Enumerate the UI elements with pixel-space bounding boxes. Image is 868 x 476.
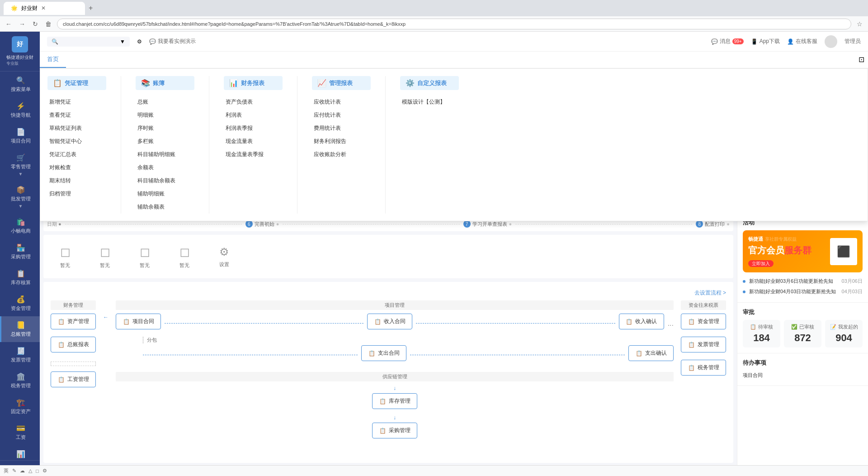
workflow-box-income-confirm[interactable]: 📋 收入确认 <box>619 314 664 329</box>
workflow-box-inventory[interactable]: 📋 库存管理 <box>372 393 417 409</box>
menu-item-aux-balance[interactable]: 辅助余额表 <box>136 200 194 214</box>
workflow-box-ledger-report[interactable]: 📋 总账报表 <box>51 337 96 352</box>
forward-button[interactable]: → <box>17 19 27 29</box>
demo-btn[interactable]: 💬 我要看实例演示 <box>149 38 196 45</box>
search-input[interactable] <box>62 38 116 45</box>
menu-item-period-close[interactable]: 期末结转 <box>47 174 106 187</box>
payroll-icon: 💳 <box>16 424 25 433</box>
workflow-box-fund[interactable]: 📋 资金管理 <box>681 314 726 329</box>
menu-item-multi-column[interactable]: 多栏账 <box>136 135 194 148</box>
tab-home[interactable]: 首页 <box>40 52 66 68</box>
shortcut-item-6[interactable]: 6 完善初始 ● <box>245 220 279 228</box>
workflow-box-project[interactable]: 📋 项目合同 <box>116 314 161 329</box>
menu-item-aux-detail[interactable]: 辅助明细账 <box>136 187 194 200</box>
menu-item-smart-voucher[interactable]: 智能凭证中心 <box>47 135 106 148</box>
menu-item-expense-stats[interactable]: 费用统计表 <box>312 122 371 135</box>
cloud-icon[interactable]: ☁ <box>20 468 25 474</box>
approval-card-approved[interactable]: ✅ 已审核 872 <box>784 320 821 347</box>
online-service-btn[interactable]: 👤 在线客服 <box>787 38 817 45</box>
sidebar-item-wholesale[interactable]: 📦 批发管理 ▼ <box>0 181 40 213</box>
sidebar-item-assets[interactable]: 🏗️ 固定资产 <box>0 394 40 419</box>
bookmark-button[interactable]: ☆ <box>855 19 864 29</box>
workflow-box-expense-confirm[interactable]: 📋 支出确认 <box>628 345 674 361</box>
user-avatar[interactable] <box>825 35 837 48</box>
menu-item-income-quarterly[interactable]: 利润表季报 <box>224 122 283 135</box>
sidebar-item-purchase[interactable]: 🏪 采购管理 <box>0 239 40 265</box>
triangle-icon[interactable]: △ <box>28 468 32 474</box>
sidebar-item-ecommerce[interactable]: 🛍️ 小畅电商 <box>0 213 40 239</box>
new-tab-button[interactable]: + <box>89 4 93 12</box>
gear-status-icon[interactable]: ⚙ <box>42 468 47 474</box>
tax-section-title: 资金往来税票 <box>681 300 726 310</box>
icon-card-settings[interactable]: ⚙ 设置 <box>206 238 242 275</box>
refresh-button[interactable]: ↻ <box>31 19 40 29</box>
shortcut-dot-1: ● <box>276 221 279 227</box>
delete-button[interactable]: 🗑 <box>43 19 53 29</box>
menu-item-general-ledger[interactable]: 总账 <box>136 95 194 109</box>
approval-card-submitted[interactable]: 📝 我发起的 904 <box>825 320 863 347</box>
shortcut-item-8[interactable]: 8 配置打印 ● <box>696 220 730 228</box>
sidebar-item-inventory[interactable]: 📋 库存核算 <box>0 265 40 290</box>
sidebar-item-project[interactable]: 📄 项目合同 <box>0 123 40 149</box>
menu-item-subject-balance[interactable]: 科目辅助余额表 <box>136 174 194 187</box>
icon-card-3[interactable]: ◻ 暂无 <box>127 238 163 275</box>
close-tab-btn[interactable]: ✕ <box>41 5 46 11</box>
menu-item-ar-analysis[interactable]: 应收账款分析 <box>312 148 371 161</box>
menu-item-reconcile[interactable]: 对账检查 <box>47 161 106 174</box>
icon-card-1[interactable]: ◻ 暂无 <box>47 238 83 275</box>
todo-item-project[interactable]: 项目合同 <box>743 371 863 380</box>
sidebar-item-retail[interactable]: 🛒 零售管理 ▼ <box>0 149 40 181</box>
edit-icon[interactable]: ✎ <box>12 468 16 474</box>
sidebar-nav: 🔍 搜索菜单 ⚡ 快捷导航 📄 项目合同 🛒 零售管理 ▼ 📦 批发管理 ▼ <box>0 71 40 460</box>
sidebar-item-ledger[interactable]: 📒 总账管理 <box>0 316 40 342</box>
menu-item-detail-account[interactable]: 明细账 <box>136 109 194 122</box>
message-btn[interactable]: 💬 消息 99+ <box>711 38 744 45</box>
workflow-box-tax[interactable]: 📋 税务管理 <box>681 360 726 376</box>
menu-item-balance-sheet[interactable]: 资产负债表 <box>224 95 283 109</box>
settings-btn[interactable]: ⚙ <box>137 38 142 45</box>
news-item-2[interactable]: 新功能|好业财04月03日功能更新抢先知 04月03日 <box>743 286 863 297</box>
sidebar-item-invoice[interactable]: 🧾 发票管理 <box>0 342 40 368</box>
app-download-btn[interactable]: 📱 App下载 <box>751 38 780 45</box>
expand-btn[interactable]: ⊡ <box>855 52 868 68</box>
workflow-box-asset[interactable]: 📋 资产管理 <box>51 314 96 329</box>
menu-item-ar-stats[interactable]: 应收统计表 <box>312 95 371 109</box>
icon-card-2[interactable]: ◻ 暂无 <box>87 238 123 275</box>
menu-item-add-voucher[interactable]: 新增凭证 <box>47 95 106 109</box>
icon-card-4[interactable]: ◻ 暂无 <box>166 238 203 275</box>
menu-item-draft-voucher[interactable]: 草稿凭证列表 <box>47 122 106 135</box>
sidebar-item-shortcuts[interactable]: ⚡ 快捷导航 <box>0 97 40 123</box>
sidebar-item-fund[interactable]: 💰 资金管理 <box>0 290 40 316</box>
menu-item-journal[interactable]: 序时账 <box>136 122 194 135</box>
square-icon[interactable]: □ <box>36 468 39 474</box>
sidebar-item-search[interactable]: 🔍 搜索菜单 <box>0 71 40 97</box>
menu-item-profit-report[interactable]: 财务利润报告 <box>312 135 371 148</box>
address-bar[interactable] <box>57 19 851 29</box>
menu-item-voucher-summary[interactable]: 凭证汇总表 <box>47 148 106 161</box>
lang-btn[interactable]: 英 <box>4 467 9 474</box>
search-box[interactable]: 🔍 ▼ <box>47 37 130 47</box>
approval-card-pending[interactable]: 📋 待审核 184 <box>743 320 780 347</box>
sidebar-item-operation[interactable]: 📊 经营管理 <box>0 445 40 460</box>
workflow-box-expense-contract[interactable]: 📋 支出合同 <box>361 345 406 361</box>
shortcut-item-7[interactable]: 7 学习开单查报表 ● <box>463 220 512 228</box>
sidebar-item-tax[interactable]: 🏛️ 税务管理 <box>0 368 40 394</box>
setup-flow-link[interactable]: 去设置流程 > <box>694 289 726 297</box>
menu-item-archive[interactable]: 归档管理 <box>47 187 106 200</box>
menu-item-cashflow[interactable]: 现金流量表 <box>224 135 283 148</box>
menu-item-cashflow-quarterly[interactable]: 现金流量表季报 <box>224 148 283 161</box>
workflow-box-income-contract[interactable]: 📋 收入合同 <box>367 314 412 329</box>
workflow-box-invoice[interactable]: 📋 发票管理 <box>681 337 726 352</box>
menu-item-subject-detail[interactable]: 科目辅助明细账 <box>136 148 194 161</box>
browser-tab[interactable]: 🌟 好业财 ✕ <box>4 2 85 15</box>
back-button[interactable]: ← <box>4 19 14 29</box>
menu-item-template-design[interactable]: 模版设计【公测】 <box>400 95 459 109</box>
menu-item-view-voucher[interactable]: 查看凭证 <box>47 109 106 122</box>
news-item-1[interactable]: 新功能|好业财03月6日功能更新抢先知 03月06日 <box>743 276 863 286</box>
menu-item-ap-stats[interactable]: 应付统计表 <box>312 109 371 122</box>
sidebar-item-payroll[interactable]: 💳 工资 <box>0 419 40 445</box>
workflow-box-payroll[interactable]: 📋 工资管理 <box>51 371 96 387</box>
menu-item-balance-table[interactable]: 余额表 <box>136 161 194 174</box>
workflow-box-purchase[interactable]: 📋 采购管理 <box>372 423 417 438</box>
menu-item-income-statement[interactable]: 利润表 <box>224 109 283 122</box>
